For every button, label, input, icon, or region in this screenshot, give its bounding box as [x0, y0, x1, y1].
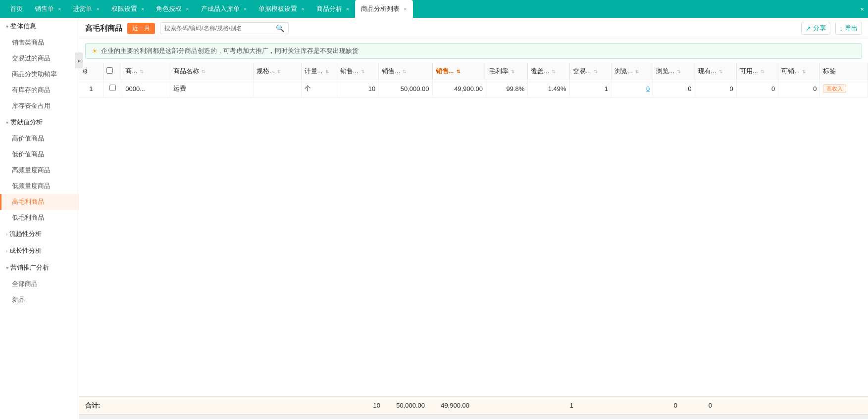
- banner-text: 企业的主要的利润都是这部分商品创造的，可考虑加大推广，同时关注库存是不要出现缺货: [101, 47, 358, 55]
- window-controls: ×: [860, 5, 864, 13]
- content-area: 高毛利商品 近一月 🔍 ↗ 分享 ↓ 导出 ☀ 企业的主要的利润都是这部分商品创…: [79, 18, 868, 419]
- sort-icon-sales-amt[interactable]: ⇅: [403, 69, 407, 74]
- nav-tab-permissions[interactable]: 权限设置 ×: [105, 0, 150, 18]
- check-all[interactable]: [106, 67, 113, 74]
- sidebar-section-finance[interactable]: ▾ 贡献值分析: [0, 114, 79, 131]
- sidebar-item-new-goods[interactable]: 新品: [0, 292, 79, 308]
- sidebar-item-stock-capital[interactable]: 库存资金占用: [0, 98, 79, 114]
- search-input[interactable]: [164, 25, 274, 32]
- th-name: 商品名称 ⇅: [170, 63, 254, 80]
- th-tag: 标签: [820, 63, 868, 80]
- sort-icon-browse1[interactable]: ⇅: [635, 69, 639, 74]
- date-filter-btn[interactable]: 近一月: [127, 23, 155, 34]
- sidebar-item-high-margin[interactable]: 高毛利商品: [0, 194, 79, 210]
- content-header: 高毛利商品 近一月 🔍 ↗ 分享 ↓ 导出: [79, 18, 868, 39]
- sort-icon-stock[interactable]: ⇅: [719, 69, 723, 74]
- footer-avail: 0: [680, 402, 715, 409]
- page-title: 高毛利商品: [85, 24, 122, 33]
- nav-close-product-entry[interactable]: ×: [244, 6, 247, 12]
- nav-tab-roles[interactable]: 角色授权 ×: [150, 0, 195, 18]
- footer-sales-profit: 49,900.00: [428, 402, 472, 409]
- th-trade: 交易... ⇅: [569, 63, 611, 80]
- share-btn[interactable]: ↗ 分享: [801, 22, 830, 35]
- nav-close-roles[interactable]: ×: [186, 6, 189, 12]
- nav-tab-analysis-list[interactable]: 商品分析列表 ×: [355, 0, 412, 18]
- nav-tab-product-entry[interactable]: 产成品入库单 ×: [195, 0, 253, 18]
- sidebar-item-low-margin[interactable]: 低毛利商品: [0, 210, 79, 226]
- nav-tab-purchase[interactable]: 进货单 ×: [67, 0, 105, 18]
- sidebar-item-category-contrib[interactable]: 商品分类助销率: [0, 66, 79, 82]
- td-gross-rate: 99.8%: [486, 80, 527, 97]
- footer-sales-qty: 10: [349, 402, 383, 409]
- sort-icon-avail[interactable]: ⇅: [761, 69, 765, 74]
- td-spec: [254, 80, 301, 97]
- th-saleable: 可销... ⇅: [778, 63, 820, 80]
- sort-icon-gross-rate[interactable]: ⇅: [511, 69, 515, 74]
- sidebar-item-low-freq[interactable]: 低频量度商品: [0, 178, 79, 194]
- th-stock: 现有... ⇅: [695, 63, 736, 80]
- search-icon[interactable]: 🔍: [276, 24, 284, 32]
- td-browse1[interactable]: 0: [611, 80, 653, 97]
- sidebar-item-high-value[interactable]: 高价值商品: [0, 131, 79, 146]
- table-footer: 合计: 10 50,000.00 49,900.00 1 0 0: [79, 396, 868, 414]
- share-icon: ↗: [806, 25, 811, 32]
- th-browse2: 浏览... ⇅: [653, 63, 695, 80]
- table-wrapper[interactable]: ⚙ 商... ⇅ 商品名称 ⇅: [79, 63, 868, 396]
- nav-tab-analysis[interactable]: 商品分析 ×: [310, 0, 355, 18]
- sort-icon-unit[interactable]: ⇅: [325, 69, 329, 74]
- nav-tab-template[interactable]: 单据模板设置 ×: [253, 0, 310, 18]
- nav-close-purchase[interactable]: ×: [96, 6, 99, 12]
- sidebar-item-sales-goods[interactable]: 销售类商品: [0, 35, 79, 50]
- th-unit: 计量... ⇅: [301, 63, 337, 80]
- sidebar-item-traded-goods[interactable]: 交易过的商品: [0, 50, 79, 66]
- window-close-btn[interactable]: ×: [860, 5, 864, 13]
- footer-stock: 0: [646, 402, 680, 409]
- table-row: 1 0000... 运费: [79, 80, 868, 97]
- nav-close-template[interactable]: ×: [301, 6, 304, 12]
- td-stock: 0: [695, 80, 736, 97]
- nav-close-analysis[interactable]: ×: [346, 6, 349, 12]
- td-trade: 1: [569, 80, 611, 97]
- th-sales-profit: 销售... ⇅: [432, 63, 486, 80]
- sidebar-section-trend[interactable]: › 流趋性分析: [0, 226, 79, 242]
- sidebar-collapse-btn[interactable]: «: [75, 52, 83, 68]
- row-checkbox[interactable]: [109, 85, 116, 91]
- sort-icon-saleable[interactable]: ⇅: [802, 69, 806, 74]
- th-sales-qty: 销售... ⇅: [337, 63, 378, 80]
- nav-close-sales[interactable]: ×: [58, 6, 61, 12]
- sidebar-item-all-goods[interactable]: 全部商品: [0, 276, 79, 292]
- td-unit: 个: [301, 80, 337, 97]
- bottom-scrollbar[interactable]: [79, 414, 868, 419]
- sort-icon-cover[interactable]: ⇅: [552, 69, 556, 74]
- td-code: 0000...: [122, 80, 170, 97]
- toggle-icon-trend: ›: [6, 232, 7, 237]
- sort-icon-trade[interactable]: ⇅: [594, 69, 598, 74]
- sort-icon-name[interactable]: ⇅: [202, 69, 205, 74]
- sort-icon-sales-qty[interactable]: ⇅: [361, 69, 365, 74]
- nav-tab-sales[interactable]: 销售单 ×: [29, 0, 67, 18]
- sort-icon-sales-profit[interactable]: ⇅: [457, 69, 460, 74]
- settings-icon[interactable]: ⚙: [82, 68, 88, 75]
- sort-icon-code[interactable]: ⇅: [140, 69, 144, 74]
- sidebar-item-high-freq[interactable]: 高频量度商品: [0, 162, 79, 178]
- td-tag: 高收入: [820, 80, 868, 97]
- sidebar-section-overall[interactable]: ▾ 整体信息: [0, 18, 79, 35]
- th-gross-rate: 毛利率 ⇅: [486, 63, 527, 80]
- info-banner: ☀ 企业的主要的利润都是这部分商品创造的，可考虑加大推广，同时关注库存是不要出现…: [85, 43, 862, 59]
- sidebar-section-growth[interactable]: › 成长性分析: [0, 242, 79, 259]
- th-check[interactable]: [103, 63, 122, 80]
- export-btn[interactable]: ↓ 导出: [835, 22, 863, 35]
- nav-close-permissions[interactable]: ×: [141, 6, 144, 12]
- sort-icon-spec[interactable]: ⇅: [277, 69, 281, 74]
- sidebar-section-marketing[interactable]: ▾ 营销推广分析: [0, 259, 79, 276]
- main-layout: ▾ 整体信息 销售类商品 交易过的商品 商品分类助销率 有库存的商品 库存资金占…: [0, 18, 868, 419]
- nav-tab-home[interactable]: 首页: [4, 0, 29, 18]
- sidebar: ▾ 整体信息 销售类商品 交易过的商品 商品分类助销率 有库存的商品 库存资金占…: [0, 18, 79, 419]
- sort-icon-browse2[interactable]: ⇅: [677, 69, 681, 74]
- td-avail: 0: [736, 80, 778, 97]
- sidebar-item-in-stock[interactable]: 有库存的商品: [0, 82, 79, 98]
- td-check[interactable]: [103, 80, 122, 97]
- nav-close-analysis-list[interactable]: ×: [404, 6, 407, 12]
- sidebar-item-low-value[interactable]: 低价值商品: [0, 146, 79, 162]
- td-name: 运费: [170, 80, 254, 97]
